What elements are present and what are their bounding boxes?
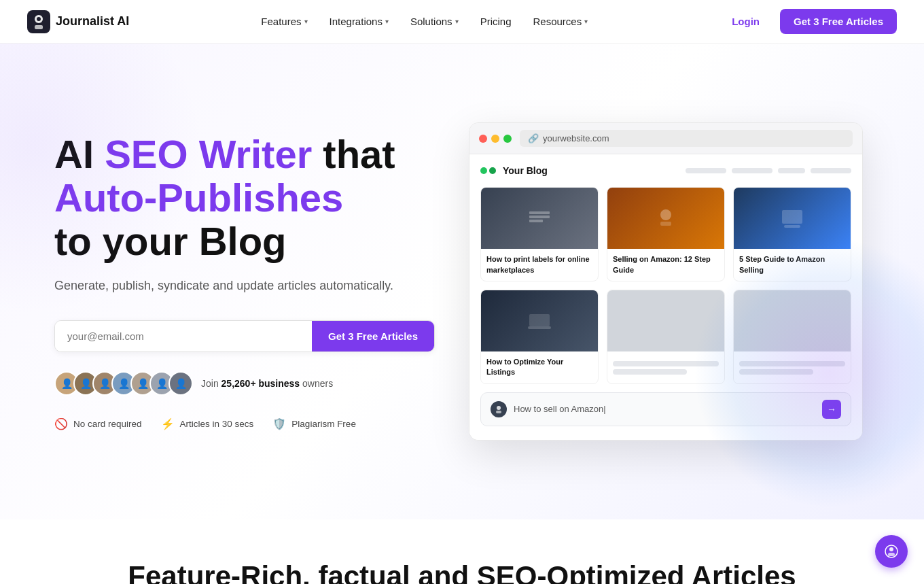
nav-pricing[interactable]: Pricing [471, 10, 521, 33]
svg-rect-12 [528, 326, 551, 329]
article-image [607, 188, 724, 249]
hero-section: AI SEO Writer that Auto-Publishes to you… [0, 44, 924, 519]
chevron-down-icon: ▾ [304, 18, 308, 25]
svg-rect-2 [35, 25, 43, 29]
navbar: Journalist AI Features ▾ Integrations ▾ … [0, 0, 924, 44]
article-image [734, 188, 851, 249]
nav-solutions[interactable]: Solutions ▾ [401, 10, 468, 33]
blog-nav-placeholders [686, 168, 851, 173]
hero-cta-button[interactable]: Get 3 Free Articles [312, 321, 434, 351]
dot-red [479, 135, 487, 143]
blog-header: Your Blog [480, 165, 851, 176]
svg-rect-6 [529, 220, 543, 222]
article-image [734, 290, 851, 351]
logo-text: Journalist AI [56, 14, 129, 29]
nav-right: Login Get 3 Free Articles [719, 9, 897, 34]
article-info [607, 351, 724, 380]
svg-point-7 [660, 209, 671, 220]
dot-yellow [491, 135, 499, 143]
svg-rect-9 [782, 210, 802, 224]
article-card: How to Optimize Your Listings [480, 290, 599, 384]
article-placeholder [613, 369, 687, 375]
social-proof: 👤 👤 👤 👤 👤 👤 👤 Join 25,260+ business owne… [54, 371, 435, 396]
logo-icon [27, 10, 50, 33]
article-placeholder [613, 361, 719, 366]
svg-rect-5 [529, 216, 550, 218]
chevron-down-icon: ▾ [584, 18, 588, 25]
chat-avatar [491, 401, 507, 417]
svg-rect-14 [496, 411, 501, 413]
chat-input[interactable]: How to sell on Amazon| [514, 404, 815, 414]
article-card: Selling on Amazon: 12 Step Guide [607, 187, 725, 281]
article-info: How to Optimize Your Listings [481, 351, 598, 383]
svg-point-3 [37, 17, 41, 21]
browser-content: Your Blog How to [469, 154, 862, 440]
article-info: How to print labels for online marketpla… [481, 249, 598, 281]
article-card [733, 290, 851, 384]
article-image [481, 290, 598, 351]
article-title: How to print labels for online marketpla… [486, 254, 592, 275]
logo[interactable]: Journalist AI [27, 10, 129, 33]
no-card-icon: 🚫 [54, 417, 68, 430]
browser-url: 🔗 yourwebsite.com [520, 130, 853, 147]
placeholder-bar [811, 168, 851, 173]
bottom-section: Feature-Rich, factual and SEO-Optimized … [0, 519, 924, 584]
email-form: Get 3 Free Articles [54, 320, 435, 352]
chat-bar: How to sell on Amazon| → [480, 392, 851, 426]
lightning-icon: ⚡ [161, 417, 175, 430]
placeholder-bar [686, 168, 726, 173]
blog-logo [480, 167, 496, 174]
hero-left: AI SEO Writer that Auto-Publishes to you… [54, 133, 435, 430]
svg-rect-11 [529, 314, 550, 326]
article-info: 5 Step Guide to Amazon Selling [734, 249, 851, 281]
nav-features[interactable]: Features ▾ [251, 10, 317, 33]
hero-title: AI SEO Writer that Auto-Publishes to you… [54, 133, 435, 262]
article-info [734, 351, 851, 380]
placeholder-bar [778, 168, 805, 173]
placeholder-bar [732, 168, 772, 173]
article-image [607, 290, 724, 351]
article-placeholder [739, 361, 845, 366]
badge-articles: ⚡ Articles in 30 secs [161, 417, 254, 430]
blog-name: Your Blog [503, 165, 548, 176]
browser-mockup: 🔗 yourwebsite.com Your Blog [469, 122, 863, 441]
svg-rect-4 [529, 211, 550, 214]
email-input[interactable] [55, 321, 312, 351]
trust-badges: 🚫 No card required ⚡ Articles in 30 secs… [54, 417, 435, 430]
nav-integrations[interactable]: Integrations ▾ [320, 10, 398, 33]
article-title: 5 Step Guide to Amazon Selling [739, 254, 845, 275]
nav-links: Features ▾ Integrations ▾ Solutions ▾ Pr… [251, 10, 597, 33]
article-title: Selling on Amazon: 12 Step Guide [613, 254, 719, 275]
hero-subtitle: Generate, publish, syndicate and update … [54, 276, 435, 296]
svg-rect-10 [784, 225, 800, 228]
link-icon: 🔗 [528, 133, 539, 143]
shield-icon: 🛡️ [272, 417, 286, 430]
avatar: 👤 [168, 371, 193, 396]
hero-right: 🔗 yourwebsite.com Your Blog [435, 122, 897, 441]
svg-rect-8 [660, 222, 671, 226]
article-placeholder [739, 369, 813, 375]
dot-green [503, 135, 512, 143]
blog-dot-1 [480, 167, 487, 174]
chat-send-button[interactable]: → [822, 400, 841, 419]
chevron-down-icon: ▾ [455, 18, 459, 25]
article-title: How to Optimize Your Listings [486, 357, 592, 378]
svg-point-13 [497, 406, 501, 410]
badge-plagiarism: 🛡️ Plagiarism Free [272, 417, 356, 430]
article-card: 5 Step Guide to Amazon Selling [733, 187, 851, 281]
chevron-down-icon: ▾ [385, 18, 389, 25]
nav-resources[interactable]: Resources ▾ [523, 10, 597, 33]
blog-dot-2 [489, 167, 496, 174]
nav-cta-button[interactable]: Get 3 Free Articles [780, 9, 897, 34]
browser-bar: 🔗 yourwebsite.com [469, 123, 862, 154]
article-image [481, 188, 598, 249]
article-card [607, 290, 725, 384]
chat-support-button[interactable] [875, 535, 908, 568]
social-proof-text: Join 25,260+ business owners [201, 378, 333, 389]
bottom-title: Feature-Rich, factual and SEO-Optimized … [27, 560, 897, 584]
browser-dots [479, 135, 512, 143]
article-card: How to print labels for online marketpla… [480, 187, 599, 281]
avatar-group: 👤 👤 👤 👤 👤 👤 👤 [54, 371, 193, 396]
login-button[interactable]: Login [719, 10, 772, 33]
svg-point-16 [889, 547, 893, 551]
